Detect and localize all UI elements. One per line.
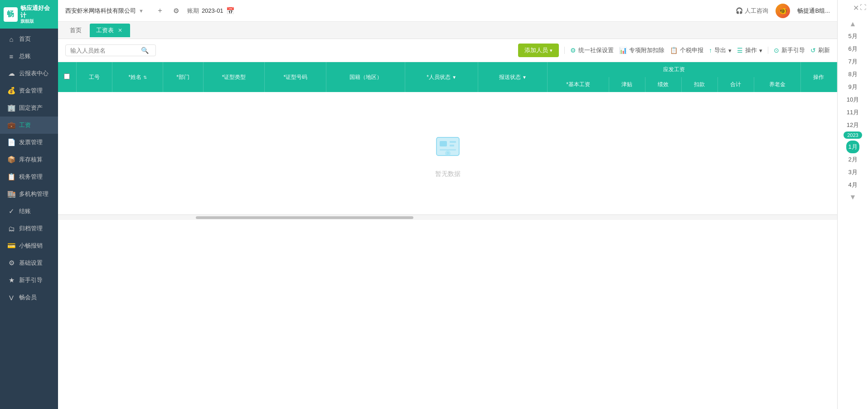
sidebar-item-settings[interactable]: ⚙基础设置 [0, 254, 58, 272]
th-operation: 操作 [800, 62, 837, 92]
empty-illustration: ? [430, 128, 466, 165]
guide-button[interactable]: ⊙ 新手引导 [774, 46, 805, 54]
social-security-button[interactable]: ⚙ 统一社保设置 [570, 46, 614, 54]
topbar-add-button[interactable]: ＋ [155, 5, 165, 16]
tabbar: 首页工资表✕ [58, 22, 837, 39]
search-icon[interactable]: 🔍 [141, 47, 149, 54]
year-badge: 2023 [844, 131, 862, 139]
scrollbar-thumb[interactable] [196, 216, 413, 219]
export-button[interactable]: ↑ 导出 ▾ [709, 46, 732, 54]
sidebar-item-fund[interactable]: 💰资金管理 [0, 82, 58, 99]
main-area: 西安虾米网络科技有限公司 ▼ ＋ ⚙ 账期 2023-01 📅 🎧 人工咨询 🐠… [58, 0, 837, 409]
sidebar-item-home[interactable]: ⌂首页 [0, 30, 58, 48]
sidebar-label-vip: 畅会员 [19, 293, 37, 302]
filter-status-icon[interactable]: ▼ [452, 75, 456, 80]
th-allowance: 津贴 [609, 77, 645, 92]
tab-home[interactable]: 首页 [63, 24, 88, 37]
sidebar-item-multi-org[interactable]: 🏬多机构管理 [0, 185, 58, 203]
month-item-prev-10月[interactable]: 10月 [845, 93, 861, 106]
month-item-curr-2月[interactable]: 2月 [844, 153, 862, 166]
archive-icon: 🗂 [7, 225, 15, 233]
calendar-icon[interactable]: 📅 [226, 7, 235, 15]
sidebar-label-expense: 小畅报销 [19, 242, 43, 250]
table-wrap[interactable]: 工号 *姓名 ⇅ *部门 *证型类型 *证型号码 [58, 62, 837, 409]
company-selector[interactable]: 西安虾米网络科技有限公司 ▼ [65, 7, 144, 15]
sidebar-item-tax[interactable]: 📋税务管理 [0, 168, 58, 185]
sidebar-label-fund: 资金管理 [19, 87, 43, 95]
guide-icon: ★ [7, 276, 15, 284]
select-all-checkbox[interactable] [64, 73, 70, 79]
headset-icon: 🎧 [736, 7, 743, 14]
svg-rect-3 [450, 145, 454, 146]
search-input-wrap[interactable]: 🔍 [65, 44, 156, 56]
inventory-icon: 📦 [7, 156, 15, 164]
th-status: *人员状态 ▼ [405, 62, 478, 92]
sidebar-item-ledger[interactable]: ≡总账 [0, 48, 58, 65]
filter-report-icon[interactable]: ▼ [522, 75, 527, 80]
human-service-label: 人工咨询 [745, 7, 768, 15]
tax-icon: 📋 [670, 47, 678, 54]
social-security-icon: ⚙ [570, 47, 576, 54]
panel-expand-icon[interactable]: ⛶ [860, 4, 866, 12]
sidebar-item-invoice[interactable]: 📄发票管理 [0, 134, 58, 151]
month-item-prev-5月[interactable]: 5月 [845, 30, 861, 43]
horizontal-scrollbar[interactable] [58, 214, 837, 220]
sidebar-item-close[interactable]: ✓结账 [0, 203, 58, 220]
month-item-prev-11月[interactable]: 11月 [845, 106, 861, 119]
tab-salary-table[interactable]: 工资表✕ [90, 24, 130, 37]
sidebar-item-cloud-report[interactable]: ☁云报表中心 [0, 65, 58, 82]
fixed-assets-icon: 🏢 [7, 104, 15, 112]
human-service-button[interactable]: 🎧 人工咨询 [736, 7, 768, 15]
panel-down-arrow[interactable]: ▼ [849, 191, 857, 203]
sidebar-label-home: 首页 [19, 35, 31, 43]
panel-close-icon[interactable]: ✕ [853, 4, 859, 12]
special-deduct-icon: 📊 [619, 47, 627, 54]
month-item-prev-12月[interactable]: 12月 [845, 119, 861, 131]
operation-button[interactable]: ☰ 操作 ▾ [737, 46, 762, 54]
export-icon: ↑ [709, 47, 712, 54]
th-department: *部门 [163, 62, 203, 92]
topbar-settings-button[interactable]: ⚙ [171, 5, 182, 16]
sidebar-item-guide[interactable]: ★新手引导 [0, 272, 58, 289]
settings-icon: ⚙ [7, 259, 15, 267]
home-icon: ⌂ [7, 35, 15, 43]
sidebar-label-ledger: 总账 [19, 52, 31, 60]
sidebar-item-archive[interactable]: 🗂归档管理 [0, 220, 58, 237]
user-avatar[interactable]: 🐠 [776, 4, 790, 18]
sidebar-item-salary[interactable]: 💼工资 [0, 117, 58, 134]
th-checkbox[interactable] [58, 62, 76, 92]
tab-close-salary-table[interactable]: ✕ [116, 27, 124, 34]
tax-button[interactable]: 📋 个税申报 [670, 46, 703, 54]
month-item-prev-8月[interactable]: 8月 [845, 68, 861, 81]
special-deduct-button[interactable]: 📊 专项附加扣除 [619, 46, 664, 54]
search-input[interactable] [70, 47, 138, 54]
sidebar-label-settings: 基础设置 [19, 259, 43, 267]
ledger-icon: ≡ [7, 53, 15, 60]
period-value: 2023-01 [202, 7, 223, 14]
sort-name-icon[interactable]: ⇅ [143, 75, 147, 80]
th-id-number: *证型号码 [265, 62, 326, 92]
month-item-curr-3月[interactable]: 3月 [844, 166, 862, 179]
sidebar-label-inventory: 库存核算 [19, 156, 43, 164]
sidebar-item-fixed-assets[interactable]: 🏢固定资产 [0, 99, 58, 117]
month-item-prev-7月[interactable]: 7月 [845, 55, 861, 68]
export-dropdown-icon: ▾ [728, 47, 732, 54]
month-item-curr-4月[interactable]: 4月 [844, 179, 862, 191]
topbar-period: 账期 2023-01 📅 [187, 7, 235, 15]
refresh-button[interactable]: ↺ 刷新 [810, 46, 830, 54]
logo-title: 畅应通好会计 [20, 5, 54, 19]
month-item-curr-1月[interactable]: 1月 [846, 141, 859, 153]
sidebar-item-expense[interactable]: 💳小畅报销 [0, 237, 58, 254]
sidebar-label-invoice: 发票管理 [19, 138, 43, 146]
add-person-button[interactable]: 添加人员 ▾ [518, 44, 559, 57]
sidebar-item-vip[interactable]: V畅会员 [0, 289, 58, 306]
sidebar-label-guide: 新手引导 [19, 276, 43, 284]
panel-up-arrow[interactable]: ▲ [849, 18, 857, 30]
th-salary-group: 应发工资 [548, 62, 801, 77]
month-item-prev-9月[interactable]: 9月 [845, 81, 861, 93]
th-performance: 绩效 [645, 77, 681, 92]
data-table: 工号 *姓名 ⇅ *部门 *证型类型 *证型号码 [58, 62, 837, 92]
month-item-prev-6月[interactable]: 6月 [845, 43, 861, 55]
svg-rect-2 [450, 141, 456, 143]
sidebar-item-inventory[interactable]: 📦库存核算 [0, 151, 58, 168]
